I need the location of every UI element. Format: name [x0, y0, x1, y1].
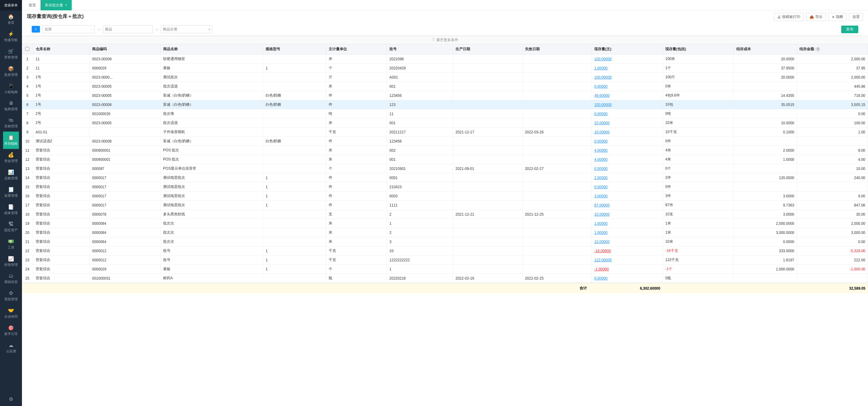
sidebar-item-sys[interactable]: ⚙系统管理	[3, 287, 19, 305]
sidebar-item-corp[interactable]: 🤝企业协同	[3, 305, 19, 322]
sidebar-item-inventory[interactable]: 📋库存核账	[3, 132, 19, 149]
cell-qty-main-23[interactable]: -1.00000	[592, 265, 663, 274]
sidebar-item-settings[interactable]: ⚙	[0, 393, 22, 406]
cell-batch-15: 0003	[387, 192, 453, 201]
sidebar-item-home[interactable]: 🏠首页	[3, 11, 19, 28]
sidebar-item-mgmt[interactable]: 📈经营管理	[3, 253, 19, 270]
tab-close-batch-query[interactable]: ✕	[65, 0, 67, 10]
cell-name-24: 鲜药A	[160, 274, 263, 283]
warehouse-input[interactable]	[44, 27, 90, 31]
cell-prod-8: 2021-12-17	[453, 128, 523, 137]
cell-prod-0	[453, 55, 523, 64]
cell-qty-main-5: 100.00000	[592, 100, 663, 109]
cell-code-15: 0000017	[89, 192, 160, 201]
cell-prod-11	[453, 155, 523, 164]
expand-filter-btn[interactable]: >	[32, 26, 40, 33]
cell-name-16: 测试电雷批次	[160, 201, 263, 210]
cell-warehouse-14: 营套综合	[33, 182, 89, 192]
cell-spec-0	[263, 55, 326, 64]
cell-code-1: 0000029	[89, 64, 160, 73]
table-row: 16 营套综合 0000017 测试电雷批次 1 件 0003 3.00000 …	[22, 192, 868, 201]
table-row: 11 营套综合 000900001 POS 批次 米 002 4.00000 4…	[22, 146, 868, 155]
th-name: 商品名称	[160, 44, 263, 55]
table-row: 2 11 0000029 展板 1 个 20220429 1.00000 1个 …	[22, 64, 868, 73]
expand-conditions[interactable]: ▽ 展开更多条件	[22, 36, 868, 44]
sidebar-item-ecom[interactable]: 🖥电商管理	[3, 98, 19, 114]
cell-unit-20: 米	[326, 237, 387, 246]
goods-input[interactable]	[105, 27, 151, 31]
cell-cost-0: 20.0000	[734, 55, 797, 64]
sidebar-item-tax[interactable]: 📑税务管理	[3, 201, 19, 218]
cell-no-7: 8	[22, 119, 33, 128]
tab-home[interactable]: 首页	[24, 0, 40, 10]
value-info-icon[interactable]: ①	[815, 47, 820, 52]
cell-qty-stock-7: 10米	[663, 119, 734, 128]
cell-spec-21: 1	[263, 246, 326, 256]
page-header-row: 现存量查询(按仓库＋批次) 🖨按模板打印📤导出✕隐断 设置	[27, 13, 863, 23]
cell-warehouse-0: 11	[33, 55, 89, 64]
cell-exp-15	[522, 192, 592, 201]
cell-name-7: 批次适选	[160, 119, 263, 128]
cell-exp-7	[522, 119, 592, 128]
sidebar-item-purchase[interactable]: 🛍采购管理	[3, 114, 19, 132]
cell-cost-17: 3.0000	[734, 210, 797, 219]
warehouse-filter[interactable]: ···	[42, 25, 95, 33]
sidebar-search[interactable]: 搜索菜单	[0, 0, 22, 11]
cell-cost-1: 37.9500	[734, 64, 797, 73]
export-button[interactable]: 📤导出	[806, 13, 826, 21]
cell-code-20: 0000084	[89, 237, 160, 246]
print-label: 按模板打印	[782, 14, 800, 20]
print-button[interactable]: 🖨按模板打印	[774, 13, 804, 21]
sidebar-item-cloud[interactable]: ☁云应用	[3, 339, 19, 357]
table-row: 3 1号 0023-0000... 测试批次 斤 A001 100.00000 …	[22, 73, 868, 82]
cell-no-0: 1	[22, 55, 33, 64]
cell-cost-4: 14.4355	[734, 91, 797, 100]
cell-exp-19	[522, 228, 592, 237]
cell-unit-12: 个	[326, 164, 387, 173]
cell-value-0: 2,000.00	[797, 55, 868, 64]
sidebar-item-retail[interactable]: 🛒零售管理	[3, 45, 19, 63]
cell-unit-13: 件	[326, 173, 387, 182]
filter-bar: > ··· ··· ··· ▾ 查询	[27, 23, 863, 36]
sidebar-item-guide[interactable]: 🎯新手引导	[3, 322, 19, 339]
sidebar-item-hr[interactable]: 💵工资	[3, 235, 19, 253]
cell-value-16: 847.06	[797, 201, 868, 210]
th-unit: 主计量单位	[326, 44, 387, 55]
sidebar-item-base[interactable]: 🗂基础信息	[3, 270, 19, 287]
category-input[interactable]	[163, 27, 209, 31]
cell-value-5: 3,505.15	[797, 100, 868, 109]
cell-name-10: POS 批次	[160, 146, 263, 155]
general-icon: 📊	[8, 169, 14, 175]
sidebar-item-finance[interactable]: 💰资金管理	[3, 149, 19, 166]
cell-exp-1	[522, 64, 592, 73]
cell-unit-14: 件	[326, 182, 387, 192]
cell-name-8: 子件保质期耗	[160, 128, 263, 137]
cell-no-11: 12	[22, 155, 33, 164]
fixed-icon: 🏗	[8, 222, 13, 227]
category-filter[interactable]: ▾	[161, 25, 212, 33]
cell-warehouse-16: 营套综合	[33, 201, 89, 210]
cell-name-3: 批次适选	[160, 82, 263, 91]
sidebar-item-invoice[interactable]: 🧾发票管理	[3, 184, 19, 201]
search-button[interactable]: 查询	[841, 26, 858, 33]
tab-batch-query[interactable]: 库存批次量✕	[40, 0, 72, 10]
sidebar-item-small-ecom[interactable]: 📱小程电商	[3, 80, 19, 98]
goods-filter[interactable]	[103, 25, 153, 33]
table-row: 12 营套综合 000900001 POS 批次 米 001 4.00000 4…	[22, 155, 868, 164]
cell-qty-main-21[interactable]: -16.00000	[592, 246, 663, 256]
select-all-checkbox[interactable]	[25, 47, 29, 51]
settings-button[interactable]: 设置	[849, 13, 863, 21]
close-button[interactable]: ✕隐断	[828, 13, 847, 21]
cell-qty-main-10: 4.00000	[592, 146, 663, 155]
cell-unit-7: 米	[326, 119, 387, 128]
sidebar-item-fixed[interactable]: 🏗固定资产	[3, 218, 19, 235]
table-row: 15 营套综合 0000017 测试电雷批次 1 件 210423 0.0000…	[22, 182, 868, 192]
cell-prod-9	[453, 137, 523, 146]
export-icon: 📤	[809, 15, 814, 19]
cell-qty-main-6: 0.00000	[592, 109, 663, 119]
sidebar-item-general[interactable]: 📊总账管理	[3, 166, 19, 184]
sidebar-item-quick-nav[interactable]: ⚡快捷导航	[3, 28, 19, 45]
cell-warehouse-18: 营套综合	[33, 219, 89, 228]
sidebar-item-wholesale[interactable]: 📦批发管理	[3, 63, 19, 80]
cell-prod-6	[453, 109, 523, 119]
